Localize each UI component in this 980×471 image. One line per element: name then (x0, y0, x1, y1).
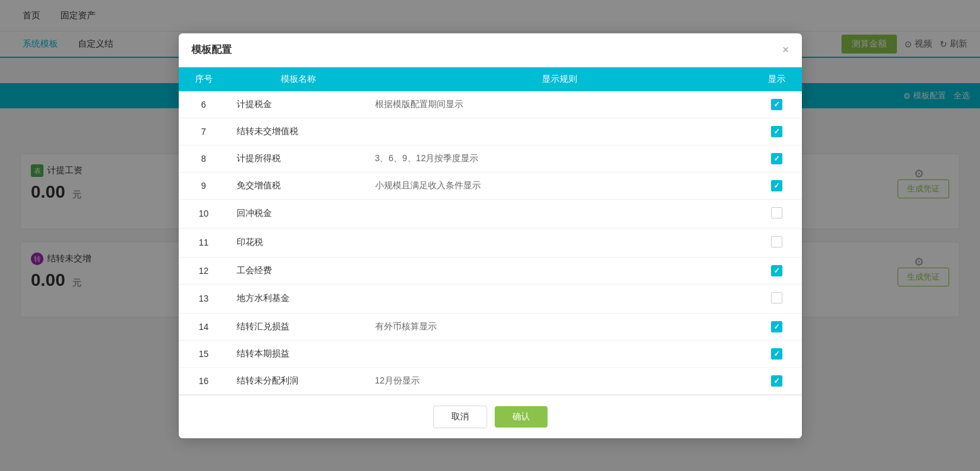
cell-name: 结转本期损益 (229, 340, 368, 367)
cell-name: 计提所得税 (229, 145, 368, 172)
cell-checkbox[interactable] (752, 340, 802, 367)
cell-checkbox[interactable] (752, 172, 802, 199)
cell-checkbox[interactable] (752, 145, 802, 172)
checkbox-checked[interactable] (771, 126, 782, 137)
checkbox-checked[interactable] (771, 375, 782, 387)
cell-checkbox[interactable] (752, 284, 802, 313)
table-head: 序号 模板名称 显示规则 显示 (179, 67, 802, 91)
cell-rule (368, 199, 752, 228)
cell-id: 14 (179, 313, 229, 340)
checkbox-checked[interactable] (771, 265, 782, 276)
cell-name: 免交增值税 (229, 172, 368, 199)
cell-rule (368, 257, 752, 284)
cell-rule: 12月份显示 (368, 367, 752, 394)
cell-rule: 根据模版配置期间显示 (368, 91, 752, 118)
cell-checkbox[interactable] (752, 91, 802, 118)
cell-rule: 3、6、9、12月按季度显示 (368, 145, 752, 172)
cancel-button[interactable]: 取消 (433, 406, 487, 428)
checkbox-unchecked[interactable] (771, 292, 782, 304)
cell-id: 7 (179, 118, 229, 145)
cell-name: 结转未交增值税 (229, 118, 368, 145)
table-row: 15结转本期损益 (179, 340, 802, 367)
cell-id: 12 (179, 257, 229, 284)
col-header-rule: 显示规则 (368, 67, 752, 91)
cell-name: 工会经费 (229, 257, 368, 284)
table-row: 16结转未分配利润12月份显示 (179, 367, 802, 394)
cell-id: 15 (179, 340, 229, 367)
cell-name: 结转汇兑损益 (229, 313, 368, 340)
table-row: 14结转汇兑损益有外币核算显示 (179, 313, 802, 340)
cell-rule (368, 118, 752, 145)
cell-rule (368, 284, 752, 313)
cell-rule (368, 340, 752, 367)
table-body: 6计提税金根据模版配置期间显示7结转未交增值税8计提所得税3、6、9、12月按季… (179, 91, 802, 395)
col-header-show: 显示 (752, 67, 802, 91)
cell-name: 回冲税金 (229, 199, 368, 228)
col-header-name: 模板名称 (229, 67, 368, 91)
checkbox-unchecked[interactable] (771, 207, 782, 218)
table-row: 10回冲税金 (179, 199, 802, 228)
config-table: 序号 模板名称 显示规则 显示 6计提税金根据模版配置期间显示7结转未交增值税8… (179, 67, 802, 395)
cell-name: 结转未分配利润 (229, 367, 368, 394)
checkbox-checked[interactable] (771, 348, 782, 360)
cell-rule (368, 228, 752, 257)
table-header-row: 序号 模板名称 显示规则 显示 (179, 67, 802, 91)
checkbox-checked[interactable] (771, 153, 782, 164)
cell-id: 16 (179, 367, 229, 394)
modal-footer: 取消 确认 (179, 395, 802, 438)
checkbox-unchecked[interactable] (771, 236, 782, 247)
cell-checkbox[interactable] (752, 257, 802, 284)
table-row: 11印花税 (179, 228, 802, 257)
table-row: 6计提税金根据模版配置期间显示 (179, 91, 802, 118)
col-header-id: 序号 (179, 67, 229, 91)
modal-overlay: 模板配置 × 序号 模板名称 显示规则 显示 6计提税金根据模版配置期间显示7结… (0, 0, 980, 471)
table-row: 7结转未交增值税 (179, 118, 802, 145)
modal-template-config: 模板配置 × 序号 模板名称 显示规则 显示 6计提税金根据模版配置期间显示7结… (179, 33, 802, 438)
confirm-button[interactable]: 确认 (495, 406, 548, 428)
cell-id: 6 (179, 91, 229, 118)
cell-name: 印花税 (229, 228, 368, 257)
cell-id: 13 (179, 284, 229, 313)
cell-id: 11 (179, 228, 229, 257)
cell-checkbox[interactable] (752, 228, 802, 257)
table-row: 13地方水利基金 (179, 284, 802, 313)
cell-checkbox[interactable] (752, 199, 802, 228)
table-row: 12工会经费 (179, 257, 802, 284)
checkbox-checked[interactable] (771, 99, 782, 110)
table-row: 9免交增值税小规模且满足收入条件显示 (179, 172, 802, 199)
table-row: 8计提所得税3、6、9、12月按季度显示 (179, 145, 802, 172)
cell-rule: 小规模且满足收入条件显示 (368, 172, 752, 199)
modal-header: 模板配置 × (179, 33, 802, 67)
cell-id: 8 (179, 145, 229, 172)
modal-close-button[interactable]: × (782, 44, 789, 55)
cell-checkbox[interactable] (752, 367, 802, 394)
modal-title: 模板配置 (191, 43, 232, 57)
checkbox-checked[interactable] (771, 321, 782, 332)
modal-body: 序号 模板名称 显示规则 显示 6计提税金根据模版配置期间显示7结转未交增值税8… (179, 67, 802, 395)
checkbox-checked[interactable] (771, 180, 782, 191)
cell-checkbox[interactable] (752, 313, 802, 340)
cell-name: 计提税金 (229, 91, 368, 118)
cell-id: 10 (179, 199, 229, 228)
cell-id: 9 (179, 172, 229, 199)
cell-rule: 有外币核算显示 (368, 313, 752, 340)
cell-name: 地方水利基金 (229, 284, 368, 313)
cell-checkbox[interactable] (752, 118, 802, 145)
